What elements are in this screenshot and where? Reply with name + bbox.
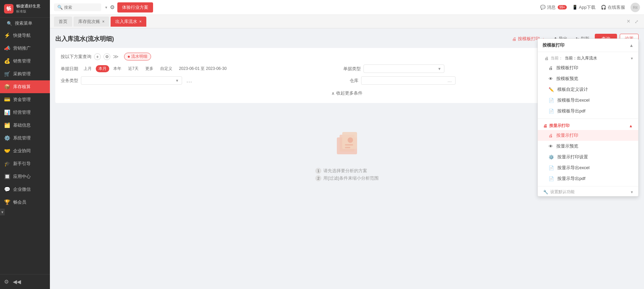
filter-add-btn[interactable]: + (94, 53, 101, 60)
date-range: 2023-06-01 至 2023-06-30 (179, 66, 227, 72)
tab-inventory-flow[interactable]: 出入库流水 × (111, 17, 146, 27)
date-btn-this-year[interactable]: 本年 (111, 65, 124, 72)
date-btn-this-month[interactable]: 本月 (96, 65, 109, 72)
date-field-label: 单据日期 (61, 66, 78, 72)
print-dropdown-panel: 按模板打印 ▲ 🖨 当前： 当前：出入库流水 ▾ 🖨 按模板打印 (537, 38, 639, 196)
message-item[interactable]: 💬 消息 99+ (540, 4, 567, 10)
search-menu[interactable]: 🔍 搜索菜单 (0, 18, 50, 29)
customer-service-item[interactable]: 🎧 在线客服 (601, 4, 625, 10)
doc-type-select[interactable]: ▾ (363, 64, 444, 73)
enterprise-icon: 🤝 (4, 148, 10, 154)
display-section-header[interactable]: 🖨 按显示打印 ▲ (538, 121, 638, 130)
sidebar-item-sales[interactable]: 💰 销售管理 (0, 55, 50, 68)
sidebar-item-label: 企业微信 (13, 186, 31, 192)
sidebar-item-system[interactable]: ⚙️ 系统管理 (0, 132, 50, 144)
app-download-item[interactable]: 📱 App下载 (572, 4, 595, 10)
biz-type-label: 业务类型 (61, 78, 78, 84)
template-custom-label: 模板自定义设计 (557, 86, 588, 93)
doc-type-chevron-icon: ▾ (438, 66, 441, 71)
sidebar-item-wechat[interactable]: 💬 企业微信 (0, 183, 50, 196)
topbar-gear-icon[interactable]: ⚙ (110, 4, 115, 10)
display-print-icon: 🖨 (549, 133, 553, 138)
template-export-pdf-item[interactable]: 📄 按模板导出pdf (538, 106, 638, 116)
settings-gear-icon[interactable]: ⚙ (4, 279, 9, 285)
page-title-bar: 出入库流水(流水明细) 🖨 按模板打印 ▲ ⬆ 导出 ↻ 刷新 (55, 34, 639, 44)
display-export-pdf-item[interactable]: 📄 按显示导出pdf (538, 173, 638, 184)
display-export-excel-item[interactable]: 📄 按显示导出excel (538, 162, 638, 173)
filter-collapse-icon[interactable]: ≫ (113, 53, 119, 60)
biz-type-select[interactable]: ▾ (81, 76, 182, 85)
tab-close-icon[interactable]: × (139, 19, 142, 24)
maximize-window-icon[interactable]: ⤢ (633, 18, 640, 25)
close-window-icon[interactable]: × (625, 18, 632, 25)
sidebar-item-guide[interactable]: 🎓 新手引导 (0, 157, 50, 170)
biz-type-more-icon[interactable]: … (186, 77, 192, 84)
template-export-excel-item[interactable]: 📄 按模板导出excel (538, 95, 638, 106)
sidebar-item-label: 系统管理 (13, 135, 31, 141)
date-btn-more[interactable]: 更多 (143, 65, 156, 72)
sidebar-item-purchase[interactable]: 🛒 采购管理 (0, 68, 50, 80)
tab-close-icon[interactable]: × (102, 19, 105, 24)
app-download-label: App下载 (579, 4, 595, 10)
template-print-icon: 🖨 (549, 65, 553, 71)
filter-gear-btn[interactable]: ⚙ (104, 53, 110, 60)
sidebar: 畅 畅捷通好生意 标准版 🔍 搜索菜单 ⚡ 快捷导航 📣 营销推广 💰 销售管理… (0, 0, 50, 289)
dropdown-chevron-icon[interactable]: ▲ (629, 43, 634, 48)
template-print-label: 按模板打印 (556, 65, 578, 71)
display-print-section-icon: 🖨 (543, 124, 547, 128)
warehouse-select[interactable]: … (361, 76, 456, 85)
topbar-search-box[interactable]: 🔍 (54, 3, 101, 11)
user-avatar[interactable]: Rit (631, 3, 640, 12)
dropdown-divider2 (538, 186, 638, 186)
page-title: 出入库流水(流水明细) (55, 35, 114, 43)
sidebar-item-marketing[interactable]: 📣 营销推广 (0, 42, 50, 55)
customer-service-label: 在线客服 (608, 4, 625, 10)
empty-tips: 1 请先选择要分析的方案 2 用[过滤]条件来缩小分析范围 (315, 166, 378, 183)
purchase-icon: 🛒 (4, 71, 10, 77)
set-default-chevron-icon: ▾ (631, 190, 633, 194)
sidebar-item-label: 销售管理 (13, 58, 31, 64)
biz-type-field: 业务类型 ▾ … (61, 76, 344, 85)
topbar-chevron-icon[interactable]: ▾ (105, 5, 107, 10)
sub-filter-tag[interactable]: 流水明细 (124, 53, 151, 60)
sidebar-item-finance[interactable]: 💳 资金管理 (0, 93, 50, 106)
warehouse-more-icon: … (447, 78, 452, 83)
industry-btn[interactable]: 体验行业方案 (117, 2, 153, 12)
tab-home[interactable]: 首页 (54, 17, 72, 27)
date-buttons: 上月 本月 本年 近7天 更多 自定义 (81, 65, 175, 72)
collapse-sidebar-icon[interactable]: ◀◀ (13, 279, 21, 285)
set-default-section[interactable]: 🔧 设置默认功能 ▾ (538, 187, 638, 196)
sidebar-item-inventory[interactable]: 📦 库存核算 (0, 80, 50, 93)
doc-type-label: 单据类型 (343, 66, 361, 72)
current-label: 当前： (551, 55, 563, 61)
sidebar-item-label: 营销推广 (13, 45, 31, 51)
template-custom-icon: ✏️ (549, 87, 554, 92)
sidebar-item-basic[interactable]: 🗂️ 基础信息 (0, 119, 50, 132)
tab-batch-account[interactable]: 库存批次账 × (74, 17, 109, 27)
date-btn-custom[interactable]: 自定义 (157, 65, 175, 72)
sidebar-item-label: 经营管理 (13, 109, 31, 115)
sidebar-item-appstore[interactable]: 🔲 应用中心 (0, 170, 50, 183)
display-settings-icon: ⚙️ (549, 155, 554, 160)
template-preview-item[interactable]: 👁 按模板预览 (538, 73, 638, 84)
display-print-item[interactable]: 🖨 按显示打印 (538, 130, 638, 141)
template-print-item[interactable]: 🖨 按模板打印 (538, 62, 638, 73)
sidebar-item-label: 基础信息 (13, 122, 31, 128)
topbar-search-input[interactable] (64, 5, 98, 10)
sidebar-item-enterprise[interactable]: 🤝 企业协同 (0, 144, 50, 157)
template-custom-item[interactable]: ✏️ 模板自定义设计 (538, 84, 638, 95)
display-preview-item[interactable]: 👁 按显示预览 (538, 141, 638, 152)
sidebar-item-member[interactable]: 🏆 畅会员 (0, 196, 50, 209)
sidebar-item-quick-nav[interactable]: ⚡ 快捷导航 (0, 29, 50, 42)
search-icon: 🔍 (7, 21, 12, 26)
sidebar-scroll-down[interactable]: ▼ (0, 209, 5, 215)
date-btn-last-month[interactable]: 上月 (81, 65, 94, 72)
display-print-settings-item[interactable]: ⚙️ 按显示打印设置 (538, 152, 638, 162)
template-preview-icon: 👁 (549, 76, 553, 81)
template-pdf-label: 按模板导出pdf (557, 108, 585, 114)
logo-text: 畅捷通好生意 标准版 (16, 3, 40, 14)
message-badge: 99+ (558, 5, 567, 9)
sidebar-item-operations[interactable]: 📊 经营管理 (0, 106, 50, 119)
title-right: 🖨 按模板打印 ▲ ⬆ 导出 ↻ 刷新 按模板打印 ▲ (509, 34, 639, 44)
date-btn-7days[interactable]: 近7天 (125, 65, 141, 72)
